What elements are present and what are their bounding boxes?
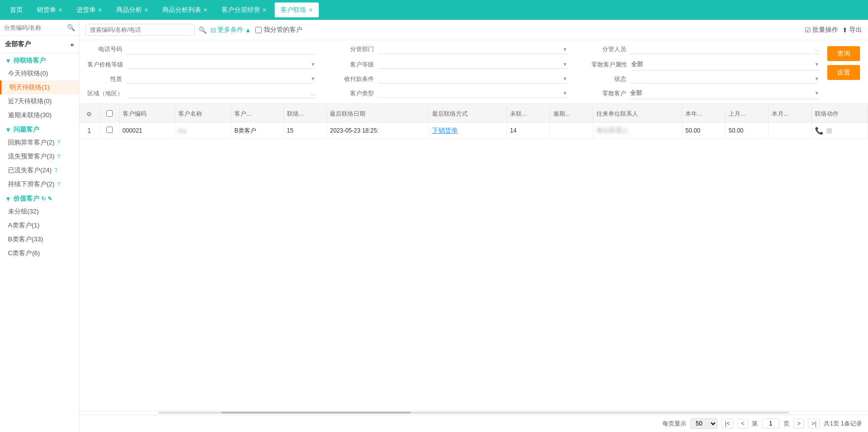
sidebar-item-overdue[interactable]: 逾期未联络(30)	[0, 108, 79, 122]
nature-chevron-icon: ▼	[310, 76, 315, 81]
main-layout: 🔍 全部客户 « ▼ 待联络客户 今天待联络(0) 明天待联络(1) 近7天待联…	[0, 20, 868, 432]
per-page-select[interactable]: 50 100 200	[690, 418, 718, 429]
th-last-contact-method: 最后联络方式	[429, 106, 506, 123]
status-select[interactable]: ▼	[630, 74, 819, 83]
sidebar-item-repurchase-abnormal[interactable]: 回购异常客户(2) ?	[0, 136, 79, 149]
sidebar-collapse-icon[interactable]: «	[71, 41, 74, 48]
sidebar-search-area: 🔍	[0, 20, 79, 36]
sidebar-item-tomorrow[interactable]: 明天待联络(1)	[0, 80, 79, 94]
row-current-month	[769, 123, 812, 139]
row-contact-count: 15	[284, 123, 327, 139]
filter-person: 分管人员 ...	[591, 45, 819, 54]
th-code: 客户编码	[119, 106, 175, 123]
nav-close-contact[interactable]: ✕	[308, 7, 313, 13]
contact-method-link[interactable]: 下销货单	[432, 127, 458, 134]
region-more-icon: ...	[311, 90, 315, 96]
nav-product-analysis[interactable]: 商品分析 ✕	[110, 2, 154, 17]
payment-select[interactable]: ▼	[378, 74, 567, 83]
batch-operation-button[interactable]: ☑ 批量操作	[805, 25, 838, 34]
sidebar-waiting-title: ▼ 待联络客户	[0, 53, 79, 67]
customer-level-select[interactable]: ▼	[378, 60, 567, 69]
first-page-button[interactable]: |<	[722, 419, 733, 429]
advanced-filter-panel: 电话号码 分管部门 ▼ 分管人员	[79, 40, 868, 104]
sidebar-problem-title: ▼ 问题客户	[0, 122, 79, 136]
my-customers-checkbox[interactable]	[255, 27, 262, 33]
top-navigation: 首页 销货单 ✕ 进货单 ✕ 商品分析 ✕ 商品分析列表 ✕ 客户分层经营 ✕ …	[0, 0, 868, 20]
filter-row-3: 性质 ▼ 收付款条件 ▼	[87, 74, 819, 83]
action-icons: 📞 ⊞	[815, 127, 865, 135]
search-icon[interactable]: 🔍	[199, 26, 207, 34]
region-select[interactable]: ...	[127, 89, 315, 98]
query-button[interactable]: 查询	[827, 46, 860, 61]
nav-customer-contact[interactable]: 客户联络 ✕	[275, 2, 319, 17]
nav-close-purchase[interactable]: ✕	[98, 7, 102, 13]
customer-level-chevron-icon: ▼	[563, 62, 568, 67]
prev-page-button[interactable]: <	[737, 419, 748, 429]
row-current-year: 50.00	[682, 123, 725, 139]
action-grid-icon[interactable]: ⊞	[826, 127, 832, 135]
sidebar-item-declining[interactable]: 持续下滑客户(2) ?	[0, 177, 79, 191]
customer-table-container: ⚙ 客户编码 客户名称 客户... 联络... 最后联络日期 最后联络方式 未联…	[79, 106, 868, 411]
sidebar-item-churn-warning[interactable]: 流失预警客户(3) ?	[0, 149, 79, 163]
search-input[interactable]	[85, 24, 195, 36]
filter-customer-type: 客户类型 ▼	[339, 89, 567, 98]
per-page-label: 每页显示	[662, 420, 686, 428]
page-input[interactable]	[762, 419, 780, 429]
row-gear-cell: 1	[79, 123, 99, 139]
sidebar-search-input[interactable]	[4, 24, 65, 31]
customer-type-select[interactable]: ▼	[378, 89, 567, 98]
retail-label: 零散客户	[591, 89, 626, 98]
nature-select[interactable]: ▼	[126, 74, 315, 83]
sidebar-item-class-c[interactable]: C类客户(6)	[0, 246, 79, 260]
next-page-button[interactable]: >	[794, 419, 804, 429]
filter-dept: 分管部门 ▼	[339, 45, 567, 54]
person-select[interactable]: ...	[630, 45, 819, 54]
th-overdue: 逾期...	[550, 106, 593, 123]
reset-button[interactable]: 设置	[827, 65, 860, 80]
table-footer: 每页显示 50 100 200 |< < 第 页 > >| 共1页 1条记录	[79, 415, 868, 432]
sidebar-item-churned[interactable]: 已流失客户(24) ?	[0, 163, 79, 177]
person-label: 分管人员	[591, 45, 626, 54]
table-header-row: ⚙ 客户编码 客户名称 客户... 联络... 最后联络日期 最后联络方式 未联…	[79, 106, 868, 123]
sidebar-item-class-b[interactable]: B类客户(33)	[0, 232, 79, 246]
phone-input[interactable]	[126, 44, 315, 55]
more-filter-button[interactable]: ⊟ 更多条件 ▲	[211, 25, 251, 34]
sidebar-item-ungrouped[interactable]: 未分组(32)	[0, 205, 79, 218]
payment-chevron-icon: ▼	[563, 76, 568, 81]
row-last-contact-date: 2023-05-23 18:25:	[327, 123, 429, 139]
row-uncontacted: 14	[507, 123, 550, 139]
nav-close-analysis-list[interactable]: ✕	[203, 7, 208, 13]
retail-select[interactable]: 全部 ▼	[630, 87, 819, 99]
nav-purchase[interactable]: 进货单 ✕	[71, 2, 108, 17]
th-current-month: 本月...	[769, 106, 812, 123]
filter-row-4: 区域（地区） ... 客户类型 ▼	[87, 87, 819, 99]
edit-value-icon[interactable]: ✎	[48, 196, 52, 202]
nav-home[interactable]: 首页	[4, 2, 29, 17]
sidebar-search-icon[interactable]: 🔍	[67, 24, 75, 31]
retail-attr-select[interactable]: 全部 ▼	[631, 59, 819, 71]
nav-product-analysis-list[interactable]: 商品分析列表 ✕	[156, 2, 214, 17]
nature-label: 性质	[87, 75, 122, 83]
dept-select[interactable]: ▼	[378, 45, 567, 54]
nav-close-tier[interactable]: ✕	[262, 7, 267, 13]
action-phone-icon[interactable]: 📞	[815, 127, 823, 135]
dept-chevron-icon: ▼	[563, 47, 568, 52]
my-customers-checkbox-label[interactable]: 我分管的客户	[255, 25, 302, 34]
export-button[interactable]: ⬆ 导出	[842, 25, 862, 34]
last-page-button[interactable]: >|	[808, 419, 820, 429]
select-all-checkbox[interactable]	[106, 110, 113, 117]
filter-right-buttons: 查询 设置	[827, 44, 860, 80]
value-level-select[interactable]: ▼	[127, 60, 315, 69]
row-last-month: 50.00	[725, 123, 769, 139]
sidebar-item-7days[interactable]: 近7天待联络(0)	[0, 94, 79, 108]
nav-sales[interactable]: 销货单 ✕	[31, 2, 69, 17]
nav-close-analysis[interactable]: ✕	[144, 7, 148, 13]
nav-close-sales[interactable]: ✕	[58, 7, 63, 13]
sidebar-item-class-a[interactable]: A类客户(1)	[0, 218, 79, 232]
th-gear[interactable]: ⚙	[79, 106, 99, 123]
nav-customer-tier[interactable]: 客户分层经营 ✕	[216, 2, 273, 17]
row-checkbox[interactable]	[106, 127, 113, 133]
refresh-icon[interactable]: ↻	[41, 196, 46, 202]
sidebar-all-customers[interactable]: 全部客户 «	[0, 36, 79, 53]
sidebar-item-today[interactable]: 今天待联络(0)	[0, 67, 79, 80]
